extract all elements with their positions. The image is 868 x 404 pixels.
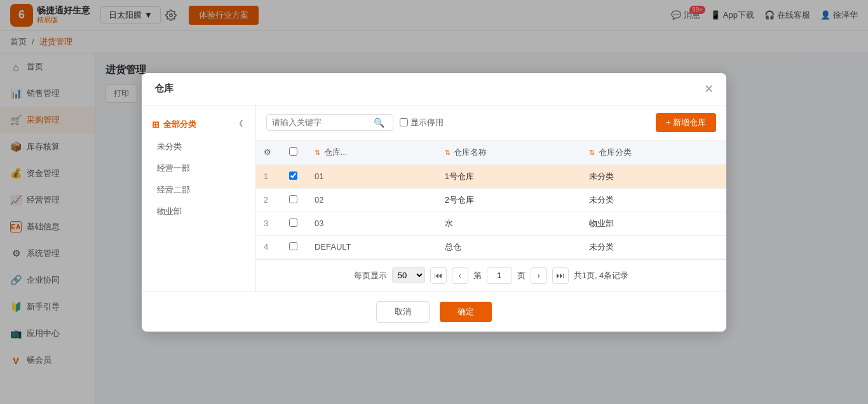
col-settings: ⚙ — [256, 140, 281, 165]
per-page-select-wrap: 50 10 20 100 — [392, 267, 425, 283]
settings-col-icon: ⚙ — [264, 147, 271, 157]
select-all-checkbox[interactable] — [289, 147, 297, 156]
row-category: 未分类 — [581, 188, 726, 212]
modal-header: 仓库 ✕ — [142, 73, 726, 105]
show-disabled-text: 显示停用 — [410, 117, 444, 128]
row-category: 未分类 — [581, 235, 726, 259]
row-more[interactable]: 2 — [256, 188, 281, 212]
row-name: 2号仓库 — [437, 188, 582, 212]
row-checkbox-cell — [281, 165, 307, 188]
row-checkbox-cell — [281, 235, 307, 259]
page-label: 第 — [473, 270, 482, 281]
per-page-label: 每页显示 — [354, 270, 387, 281]
col-code: ⇅ 仓库... — [307, 140, 437, 165]
table-row[interactable]: 3 03 水 物业部 — [256, 212, 726, 235]
row-code: DEFAULT — [307, 235, 437, 259]
row-more[interactable]: 4 — [256, 235, 281, 259]
row-more[interactable]: 3 — [256, 212, 281, 235]
per-page-select[interactable]: 50 10 20 100 — [392, 267, 425, 283]
category-tree: ⊞ 全部分类 《 未分类 经营一部 经营二部 物业部 — [142, 105, 256, 292]
show-disabled-checkbox[interactable] — [400, 118, 408, 126]
tree-item-ops2[interactable]: 经营二部 — [142, 179, 255, 201]
row-name: 水 — [437, 212, 582, 235]
grid-icon: ⊞ — [152, 119, 159, 130]
row-category: 物业部 — [581, 212, 726, 235]
modal-toolbar: 🔍 显示停用 + 新增仓库 — [256, 105, 726, 140]
last-page-btn[interactable]: ⏭ — [552, 267, 569, 284]
total-info: 共1页, 4条记录 — [574, 270, 629, 281]
tree-item-ops1[interactable]: 经营一部 — [142, 158, 255, 179]
row-checkbox-cell — [281, 212, 307, 235]
page-input[interactable] — [487, 267, 512, 284]
sort-name-icon: ⇅ — [445, 149, 451, 156]
tree-item-property[interactable]: 物业部 — [142, 201, 255, 222]
modal-close-btn[interactable]: ✕ — [704, 82, 714, 96]
row-checkbox-0[interactable] — [289, 172, 297, 180]
pagination: 每页显示 50 10 20 100 ⏮ ‹ 第 页 › — [256, 259, 726, 292]
col-name: ⇅ 仓库名称 — [437, 140, 582, 165]
tree-all-category[interactable]: ⊞ 全部分类 《 — [142, 113, 255, 136]
row-checkbox-2[interactable] — [289, 219, 297, 227]
warehouse-modal: 仓库 ✕ ⊞ 全部分类 《 未分类 经营一部 经营二部 物业部 — [142, 73, 726, 332]
search-input[interactable] — [272, 118, 374, 127]
modal-overlay: 仓库 ✕ ⊞ 全部分类 《 未分类 经营一部 经营二部 物业部 — [0, 0, 868, 404]
tree-all-label: 全部分类 — [163, 119, 196, 130]
first-page-btn[interactable]: ⏮ — [430, 267, 447, 284]
page-suffix: 页 — [517, 270, 526, 281]
confirm-btn[interactable]: 确定 — [440, 302, 492, 322]
search-icon: 🔍 — [374, 118, 384, 128]
row-checkbox-cell — [281, 188, 307, 212]
modal-body: ⊞ 全部分类 《 未分类 经营一部 经营二部 物业部 🔍 — [142, 105, 726, 292]
add-warehouse-btn[interactable]: + 新增仓库 — [656, 113, 716, 132]
row-checkbox-3[interactable] — [289, 242, 297, 250]
sort-category-icon: ⇅ — [589, 149, 595, 156]
next-page-btn[interactable]: › — [531, 267, 547, 284]
tree-collapse-btn[interactable]: 《 — [233, 118, 245, 131]
modal-footer: 取消 确定 — [142, 292, 726, 332]
col-checkbox — [281, 140, 307, 165]
table-row[interactable]: 2 02 2号仓库 未分类 — [256, 188, 726, 212]
cancel-btn[interactable]: 取消 — [376, 301, 430, 323]
col-category: ⇅ 仓库分类 — [581, 140, 726, 165]
modal-right: 🔍 显示停用 + 新增仓库 ⚙ — [256, 105, 726, 292]
modal-title: 仓库 — [154, 83, 173, 95]
row-name: 总仓 — [437, 235, 582, 259]
sort-icon: ⇅ — [315, 149, 320, 156]
table-header-row: ⚙ ⇅ 仓库... ⇅ — [256, 140, 726, 165]
row-more[interactable]: 1 — [256, 165, 281, 188]
table-row[interactable]: 4 DEFAULT 总仓 未分类 — [256, 235, 726, 259]
search-box: 🔍 — [266, 114, 393, 131]
row-name: 1号仓库 — [437, 165, 582, 188]
prev-page-btn[interactable]: ‹ — [452, 267, 468, 284]
row-category: 未分类 — [581, 165, 726, 188]
tree-item-uncategorized[interactable]: 未分类 — [142, 136, 255, 158]
row-code: 01 — [307, 165, 437, 188]
table-row[interactable]: 1 01 1号仓库 未分类 — [256, 165, 726, 188]
warehouse-table: ⚙ ⇅ 仓库... ⇅ — [256, 140, 726, 259]
row-code: 02 — [307, 188, 437, 212]
row-checkbox-1[interactable] — [289, 195, 297, 203]
row-code: 03 — [307, 212, 437, 235]
show-disabled-label: 显示停用 — [400, 117, 444, 128]
